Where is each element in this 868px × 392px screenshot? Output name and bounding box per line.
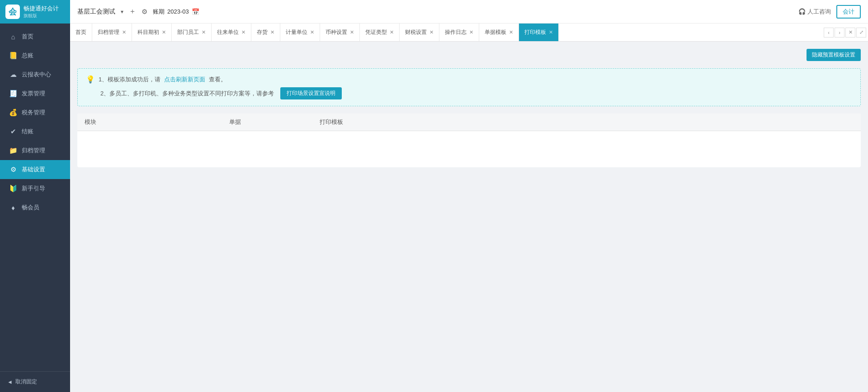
tab-home[interactable]: 首页 [70,24,92,42]
tab-close-singledoc[interactable]: ✕ [509,30,513,35]
tab-singledoc[interactable]: 单据模板✕ [479,24,519,42]
dropdown-icon[interactable]: ▾ [121,9,123,15]
account-button[interactable]: 会计 [836,5,861,19]
logo-icon: 会 [5,5,20,19]
tab-close-currency[interactable]: ✕ [350,30,354,35]
tab-label-oplog: 操作日志 [445,28,467,36]
sidebar-label-checkout: 结账 [22,128,33,136]
sidebar-label-home: 首页 [22,33,33,41]
sidebar-label-ledger: 总账 [22,52,33,60]
tab-label-dept: 部门员工 [177,28,199,36]
tab-close-unit[interactable]: ✕ [310,30,314,35]
notice-row-2: 2、多员工、多打印机、多种业务类型设置不同打印方案等，请参考 打印场景设置宣说明 [86,87,852,99]
tax-icon: 💰 [9,109,17,117]
tab-bar: 首页归档管理✕科目期初✕部门员工✕往来单位✕存货✕计量单位✕币种设置✕凭证类型✕… [70,24,868,42]
sidebar-footer[interactable]: ◄ 取消固定 [0,371,70,392]
table-body [77,131,861,167]
ledger-icon: 📒 [9,52,17,60]
tab-close-printtemplate[interactable]: ✕ [549,30,553,35]
tab-close-archive[interactable]: ✕ [122,30,126,35]
notice-line1-pre: 1、模板添加成功后，请 [99,76,160,84]
tab-close-fiscal[interactable]: ✕ [429,30,434,35]
sidebar-item-archive[interactable]: 📁 归档管理 [0,141,70,160]
sidebar-nav: ⌂ 首页 📒 总账 ☁ 云报表中心 🧾 发票管理 💰 税务管理 ✔ 结账 📁 归… [0,24,70,371]
period-label: 账期 [153,8,165,16]
sidebar-item-ledger[interactable]: 📒 总账 [0,46,70,65]
support-label: 人工咨询 [807,8,831,16]
sidebar: 会 畅捷通好会计 旗舰版 ⌂ 首页 📒 总账 ☁ 云报表中心 🧾 发票管理 💰 … [0,0,70,392]
tab-label-home: 首页 [75,28,86,36]
content-area: 隐藏预置模板设置 💡 1、模板添加成功后，请 点击刷新新页面 查看。 2、多员工… [70,42,868,392]
tab-close-inventory[interactable]: ✕ [270,30,274,35]
sidebar-label-settings: 基础设置 [22,165,45,174]
tab-label-singledoc: 单据模板 [485,28,506,36]
tab-printtemplate[interactable]: 打印模板✕ [519,24,559,42]
tab-expand-button[interactable]: ⤢ [856,28,866,38]
tab-vendor[interactable]: 往来单位✕ [212,24,251,42]
period-value: 2023-03 [167,8,189,15]
tab-archive[interactable]: 归档管理✕ [92,24,132,42]
tab-label-inventory: 存货 [257,28,268,36]
period-display: 账期 2023-03 📅 [153,8,199,16]
sidebar-label-tax: 税务管理 [22,109,45,117]
tab-close-all-button[interactable]: ✕ [845,28,855,38]
notice-line1-post: 查看。 [209,76,226,84]
tab-close-subject[interactable]: ✕ [162,30,166,35]
tab-label-voucher: 凭证类型 [365,28,387,36]
sidebar-item-guide[interactable]: 🔰 新手引导 [0,179,70,198]
sidebar-label-archive: 归档管理 [22,146,45,155]
settings-icon: ⚙ [9,165,17,174]
tab-label-fiscal: 财税设置 [405,28,427,36]
hide-template-button[interactable]: 隐藏预置模板设置 [807,49,861,61]
sidebar-item-home[interactable]: ⌂ 首页 [0,27,70,46]
tab-label-currency: 币种设置 [326,28,347,36]
headset-icon: 🎧 [798,8,806,15]
sidebar-item-tax[interactable]: 💰 税务管理 [0,103,70,122]
tab-close-voucher[interactable]: ✕ [390,30,394,35]
tab-close-vendor[interactable]: ✕ [241,30,245,35]
print-scene-button[interactable]: 打印场景设置宣说明 [280,87,342,99]
calendar-icon[interactable]: 📅 [192,8,199,15]
main-area: 基层工会测试 ▾ ＋ ⚙ 账期 2023-03 📅 🎧 人工咨询 会计 首页归档… [70,0,868,392]
sidebar-item-invoice[interactable]: 🧾 发票管理 [0,84,70,103]
tab-unit[interactable]: 计量单位✕ [280,24,320,42]
tab-oplog[interactable]: 操作日志✕ [439,24,479,42]
support-button[interactable]: 🎧 人工咨询 [798,8,831,16]
tab-next-button[interactable]: › [835,28,844,38]
print-template-table: 模块 单据 打印模板 [77,113,861,167]
sidebar-item-reports[interactable]: ☁ 云报表中心 [0,65,70,84]
tab-label-vendor: 往来单位 [217,28,239,36]
sidebar-label-member: 畅会员 [22,203,39,212]
sidebar-label-invoice: 发票管理 [22,90,45,98]
header-right: 🎧 人工咨询 会计 [798,5,861,19]
tab-fiscal[interactable]: 财税设置✕ [400,24,439,42]
logo-title: 畅捷通好会计 [24,5,59,13]
sidebar-logo: 会 畅捷通好会计 旗舰版 [0,0,70,24]
tab-inventory[interactable]: 存货✕ [251,24,280,42]
refresh-link[interactable]: 点击刷新新页面 [164,76,205,84]
logo-sub: 旗舰版 [24,13,59,19]
tab-prev-button[interactable]: ‹ [824,28,834,38]
bulb-icon: 💡 [86,75,95,84]
tab-voucher[interactable]: 凭证类型✕ [360,24,400,42]
tab-label-printtemplate: 打印模板 [524,28,546,36]
sidebar-label-reports: 云报表中心 [22,71,51,79]
tab-close-oplog[interactable]: ✕ [469,30,473,35]
guide-icon: 🔰 [9,184,17,193]
invoice-icon: 🧾 [9,90,17,98]
sidebar-item-checkout[interactable]: ✔ 结账 [0,122,70,141]
tab-currency[interactable]: 币种设置✕ [320,24,360,42]
tab-subject[interactable]: 科目期初✕ [132,24,172,42]
sidebar-item-member[interactable]: ♦ 畅会员 [0,198,70,217]
sidebar-item-settings[interactable]: ⚙ 基础设置 [0,160,70,179]
add-button[interactable]: ＋ [129,7,136,16]
home-icon: ⌂ [9,33,17,41]
member-icon: ♦ [9,204,17,212]
notice-box: 💡 1、模板添加成功后，请 点击刷新新页面 查看。 2、多员工、多打印机、多种业… [77,68,861,106]
tab-close-dept[interactable]: ✕ [202,30,206,35]
notice-line2-pre: 2、多员工、多打印机、多种业务类型设置不同打印方案等，请参考 [100,90,274,98]
tab-label-unit: 计量单位 [286,28,307,36]
tab-dept[interactable]: 部门员工✕ [172,24,212,42]
archive-icon: 📁 [9,146,17,155]
settings-icon[interactable]: ⚙ [142,8,147,16]
